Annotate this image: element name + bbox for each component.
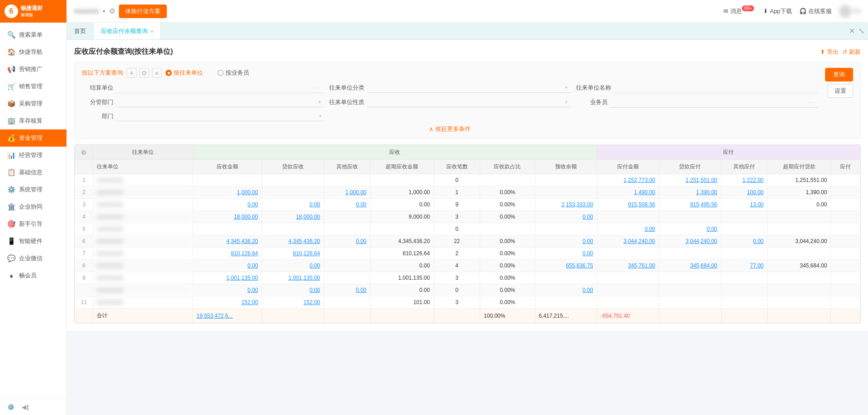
cell-link[interactable]: 1,001,135.00 — [288, 275, 320, 281]
header-gear-icon[interactable]: ⚙ — [109, 7, 115, 15]
sidebar-item-sys-mgmt[interactable]: ⚙️ 系统管理 — [0, 181, 66, 198]
cell-link[interactable]: 0.00 — [583, 287, 593, 293]
cell-link[interactable]: 0.00 — [583, 250, 593, 257]
export-btn[interactable]: ⬆ 导出 — [820, 48, 839, 56]
cell-link[interactable]: 810,126.64 — [231, 250, 258, 257]
cell-link[interactable]: 655,636.75 — [566, 262, 593, 269]
settlement-input[interactable]: ··· — [116, 82, 324, 93]
sidebar-item-purchase[interactable]: 📦 采购管理 — [0, 95, 66, 112]
filter-settings-btn[interactable]: 设置 — [828, 84, 853, 98]
cell-link[interactable]: 0.00 — [583, 214, 593, 220]
partner-category-select[interactable]: ▾ — [367, 83, 571, 93]
industry-btn[interactable]: 体验行业方案 — [119, 5, 167, 18]
tab-close-icon[interactable]: ✕ — [849, 27, 855, 35]
cell-link[interactable]: 0.00 — [247, 262, 258, 269]
sidebar-item-smart-hw[interactable]: 📱 智能硬件 — [0, 233, 66, 250]
sidebar-item-basic-info[interactable]: 📋 基础信息 — [0, 164, 66, 181]
cell-link[interactable]: 1,490.00 — [634, 189, 656, 196]
radio-by-salesman — [217, 70, 224, 76]
cell-link[interactable]: 0.00 — [310, 287, 320, 293]
cell-link[interactable]: 1,252,773.00 — [623, 177, 655, 183]
cell-link[interactable]: 0.00 — [356, 238, 366, 244]
cell-link[interactable]: 152.00 — [303, 299, 320, 305]
cell-link[interactable]: 0.00 — [753, 238, 764, 244]
sidebar-item-corp-wechat[interactable]: 💬 企业微信 — [0, 250, 66, 267]
add-scheme-btn[interactable]: + — [127, 68, 137, 78]
dept-select[interactable]: ▾ — [116, 97, 324, 107]
sidebar-item-operations[interactable]: 📊 经营管理 — [0, 147, 66, 164]
footer-ap-amount: -654,751.40 — [597, 309, 659, 323]
sidebar-item-member[interactable]: ♦ 畅会员 — [0, 267, 66, 284]
cell-link[interactable]: 0.00 — [645, 226, 655, 232]
cell-link[interactable]: 1,001,135.00 — [226, 275, 258, 281]
partner-nature-select[interactable]: ▾ — [367, 97, 571, 107]
filter-row-2: 分管部门 ▾ 往来单位性质 ▾ — [82, 97, 818, 108]
filter-option-by-partner[interactable]: 按往来单位 — [165, 69, 203, 77]
footer-ar-amount-link[interactable]: 19,553,472,6... — [197, 313, 233, 319]
cell-link[interactable]: 810,126.64 — [293, 250, 320, 257]
cell-link[interactable]: 0.00 — [707, 226, 717, 232]
cell-link[interactable]: 1,000.00 — [345, 189, 367, 196]
salesman-input[interactable]: ··· — [610, 97, 818, 108]
tab-expand-icon[interactable]: ⤡ — [859, 27, 864, 35]
sidebar-item-inventory[interactable]: 🏢 库存核算 — [0, 112, 66, 129]
table-row: 8■■■■■■■■0.000.000.0040.00%655,636.75345… — [75, 260, 860, 272]
cell-link[interactable]: 2,153,333.00 — [561, 201, 593, 208]
cell-link[interactable]: 3,044,240.00 — [623, 238, 655, 244]
cell-link[interactable]: 345,684.00 — [690, 262, 717, 269]
header-left: ■■■■■■■ ▾ ⚙ 体验行业方案 — [74, 5, 167, 18]
chevron-down-icon[interactable]: ▾ — [103, 8, 105, 14]
sidebar-item-sales[interactable]: 🛒 销售管理 — [0, 78, 66, 95]
cell-link[interactable]: 4,345,436.20 — [226, 238, 258, 244]
cell-link[interactable]: 3,044,240.00 — [685, 238, 717, 244]
partner-name-input[interactable] — [614, 82, 818, 93]
cell-link[interactable]: 0.00 — [310, 201, 320, 208]
sidebar-item-search[interactable]: 🔍 搜索菜单 — [0, 26, 66, 43]
collapse-more-btn[interactable]: ∧ 收起更多条件 — [82, 125, 818, 133]
sub-dept-select[interactable]: ▾ — [116, 111, 325, 121]
message-btn[interactable]: ✉ 消息 99+ — [723, 7, 756, 15]
sidebar-item-quick-nav[interactable]: 🏠 快捷导航 — [0, 43, 66, 61]
cell-link[interactable]: 1,251,551.00 — [685, 177, 717, 183]
cell-link[interactable]: 13.00 — [750, 201, 764, 208]
cell-link[interactable]: 0.00 — [310, 262, 320, 269]
cell-link[interactable]: 1,000.00 — [237, 189, 258, 196]
sidebar-item-label: 资金管理 — [19, 134, 42, 142]
cell-link[interactable]: 4,345,436.20 — [288, 238, 320, 244]
sidebar-item-corp-collab[interactable]: 🏛️ 企业协同 — [0, 198, 66, 215]
scheme-settings-btn[interactable]: ⊙ — [139, 68, 149, 78]
tab-home[interactable]: 首页 — [67, 23, 94, 39]
user-profile-btn[interactable]: Rit — [839, 5, 861, 18]
app-download-btn[interactable]: ⬇ App下载 — [763, 7, 792, 15]
partner-name-cell: ■■■■■■■■ — [93, 248, 193, 260]
tab-active[interactable]: 应收应付余额查询 × — [94, 23, 161, 39]
online-service-btn[interactable]: 🎧 在线客服 — [799, 7, 832, 15]
cell-link[interactable]: 915,495.56 — [690, 201, 717, 208]
sidebar-item-guide[interactable]: 🎯 新手引导 — [0, 215, 66, 233]
cell-link[interactable]: 0.00 — [583, 238, 593, 244]
cell-link[interactable]: 77.00 — [750, 262, 764, 269]
filter-option-by-salesman[interactable]: 按业务员 — [217, 69, 249, 77]
table-settings-icon[interactable]: ⚙ — [81, 149, 87, 156]
sidebar-settings-btn[interactable]: ⚙️ — [7, 404, 14, 410]
sidebar-item-finance[interactable]: 💰 资金管理 — [0, 129, 66, 147]
cell-link[interactable]: 18,000.00 — [296, 214, 320, 220]
cell-link[interactable]: 0.00 — [247, 287, 258, 293]
cell-link[interactable]: 100.00 — [747, 189, 764, 196]
tab-close-btn[interactable]: × — [151, 29, 153, 34]
cell-link[interactable]: 345,761.00 — [628, 262, 655, 269]
cell-link[interactable]: 0.00 — [356, 201, 366, 208]
refresh-btn[interactable]: ↺ 刷新 — [842, 48, 861, 56]
footer-ar-other — [324, 309, 370, 323]
cell-link[interactable]: 0.00 — [356, 287, 366, 293]
cell-link[interactable]: 1,390.00 — [696, 189, 717, 196]
cell-link[interactable]: 18,000.00 — [234, 214, 258, 220]
sidebar-collapse-btn[interactable]: ◀‖ — [22, 404, 29, 410]
query-btn[interactable]: 查询 — [825, 68, 853, 81]
cell-link[interactable]: 1,222.00 — [742, 177, 764, 183]
cell-link[interactable]: 152.00 — [241, 299, 258, 305]
cell-link[interactable]: 0.00 — [247, 201, 258, 208]
sidebar-item-marketing[interactable]: 📢 营销推广 — [0, 61, 66, 78]
scheme-collapse-btn[interactable]: « — [152, 68, 162, 78]
cell-link[interactable]: 915,508.56 — [628, 201, 655, 208]
